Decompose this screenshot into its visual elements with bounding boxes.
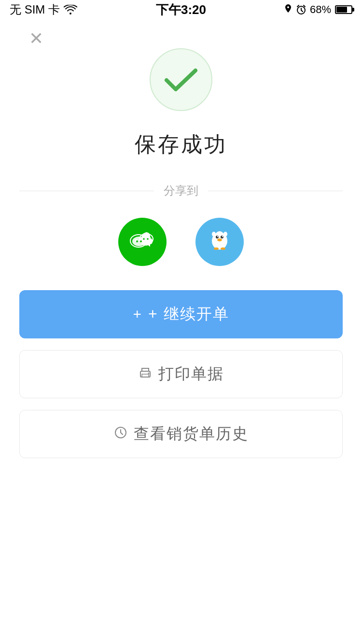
plus-icon: + — [133, 306, 142, 322]
status-time: 下午3:20 — [156, 1, 206, 18]
battery-text: 68% — [310, 3, 331, 16]
action-buttons: + + 继续开单 打印单据 查看销货单历 — [0, 290, 362, 458]
svg-point-11 — [143, 238, 145, 240]
share-icons — [118, 218, 244, 266]
svg-point-9 — [136, 240, 138, 242]
continue-button[interactable]: + + 继续开单 — [19, 290, 343, 338]
close-icon: ✕ — [29, 30, 43, 47]
svg-point-18 — [222, 236, 223, 237]
history-button[interactable]: 查看销货单历史 — [19, 410, 343, 458]
svg-point-12 — [147, 238, 149, 240]
main-content: 保存成功 分享到 — [0, 19, 362, 458]
status-bar: 无 SIM 卡 下午3:20 68% — [0, 0, 362, 19]
close-button[interactable]: ✕ — [24, 27, 48, 51]
svg-point-17 — [217, 236, 218, 237]
svg-point-8 — [140, 235, 152, 244]
print-label: 打印单据 — [158, 364, 224, 385]
success-circle — [150, 48, 212, 111]
sim-text: 无 SIM 卡 — [10, 2, 60, 17]
status-right: 68% — [284, 3, 352, 16]
wifi-icon — [64, 5, 77, 14]
battery-icon — [335, 5, 352, 14]
location-icon — [284, 4, 292, 15]
share-divider: 分享到 — [0, 183, 362, 198]
svg-point-20 — [214, 248, 219, 250]
share-section: 分享到 — [0, 183, 362, 266]
print-button[interactable]: 打印单据 — [19, 350, 343, 398]
svg-point-15 — [216, 236, 219, 238]
status-left: 无 SIM 卡 — [10, 2, 77, 17]
share-label: 分享到 — [154, 183, 208, 198]
svg-point-16 — [221, 236, 223, 238]
success-title: 保存成功 — [135, 130, 227, 159]
svg-point-26 — [148, 372, 150, 374]
history-icon — [113, 425, 128, 443]
history-label: 查看销货单历史 — [134, 423, 249, 445]
continue-label: + 继续开单 — [148, 304, 229, 325]
alarm-icon — [296, 4, 306, 15]
print-icon — [138, 365, 153, 383]
qq-share-button[interactable] — [195, 218, 244, 266]
svg-point-22 — [212, 232, 216, 237]
checkmark-icon — [164, 67, 198, 93]
wechat-share-button[interactable] — [118, 218, 167, 266]
divider-right — [208, 191, 343, 191]
wechat-icon — [128, 227, 157, 256]
svg-point-23 — [223, 232, 227, 237]
svg-point-10 — [140, 240, 142, 242]
svg-point-21 — [221, 248, 225, 250]
divider-left — [19, 191, 154, 191]
qq-icon — [205, 227, 234, 256]
svg-point-19 — [217, 238, 222, 241]
